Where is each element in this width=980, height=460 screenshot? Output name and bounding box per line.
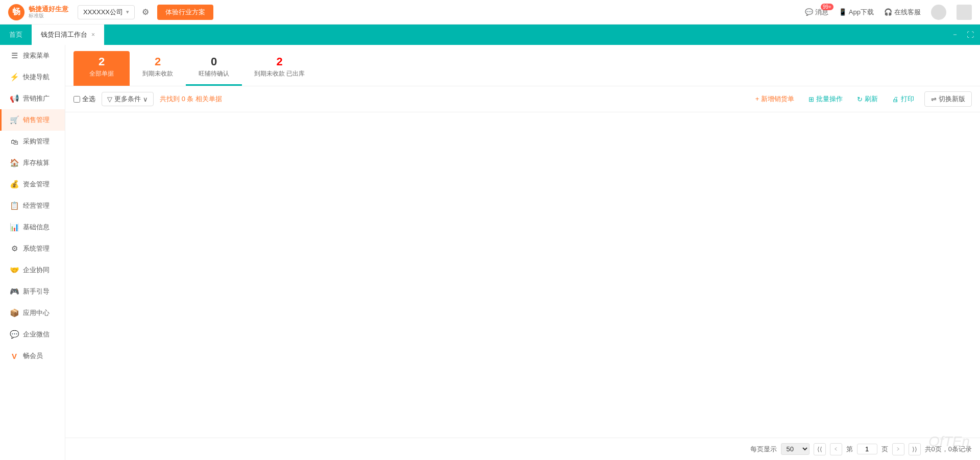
operation-icon: 📋 [10, 201, 19, 210]
logo-icon: 畅 [8, 4, 24, 20]
chevron-down-filter-icon: ∨ [143, 95, 148, 103]
sidebar-item-sales[interactable]: 🛒 销售管理 [0, 109, 65, 131]
stat-label-all: 全部单据 [89, 69, 114, 78]
sidebar-item-system[interactable]: ⚙ 系统管理 [0, 238, 65, 259]
vip-icon: V [10, 352, 19, 360]
tab-home[interactable]: 首页 [0, 25, 32, 45]
print-button[interactable]: 🖨 打印 [888, 92, 918, 106]
stat-number-pending: 0 [211, 55, 217, 68]
refresh-icon: ↻ [857, 95, 863, 103]
avatar[interactable] [931, 5, 946, 20]
prev-page-button[interactable]: ﹤ [830, 443, 842, 455]
inventory-icon: 🏠 [10, 158, 19, 167]
marketing-icon: 📢 [10, 94, 19, 103]
page-input[interactable] [857, 444, 877, 454]
close-tab-icon[interactable]: × [91, 31, 95, 38]
guide-icon: 🎮 [10, 287, 19, 296]
per-page-select[interactable]: 50 10 20 100 [781, 443, 810, 455]
app-center-icon: 📦 [10, 308, 19, 318]
company-selector[interactable]: XXXXXX公司 ▾ [78, 5, 135, 19]
sidebar: ☰ 搜索菜单 ⚡ 快捷导航 📢 营销推广 🛒 销售管理 🛍 采购管理 🏠 库存核… [0, 45, 65, 460]
toolbar-right: + 新增销货单 ⊞ 批量操作 ↻ 刷新 🖨 打印 ⇌ 切换新版 [751, 91, 972, 107]
stat-tab-all[interactable]: 2 全部单据 [74, 51, 130, 86]
finance-icon: 💰 [10, 180, 19, 189]
found-count: 0 [182, 95, 185, 103]
wechat-icon: 💬 [10, 330, 19, 339]
logo-sub: 标准版 [29, 13, 68, 19]
refresh-button[interactable]: ↻ 刷新 [853, 92, 882, 106]
sidebar-item-purchase[interactable]: 🛍 采购管理 [0, 131, 65, 152]
add-sales-order-button[interactable]: + 新增销货单 [751, 92, 798, 106]
filter-icon: ▽ [107, 95, 112, 103]
tab-bar-actions: － ⛶ [949, 28, 980, 41]
logo-text: 畅捷通好生意 标准版 [29, 5, 68, 19]
purchase-icon: 🛍 [10, 137, 19, 146]
switch-version-button[interactable]: ⇌ 切换新版 [924, 91, 972, 107]
app-download-button[interactable]: 📱 App下载 [839, 8, 874, 17]
sidebar-item-basic-info[interactable]: 📊 基础信息 [0, 216, 65, 238]
sidebar-item-search-menu[interactable]: ☰ 搜索菜单 [0, 45, 65, 66]
maximize-icon[interactable]: ⛶ [965, 29, 976, 41]
sidebar-item-vip[interactable]: V 畅会员 [0, 345, 65, 367]
download-icon: 📱 [839, 8, 847, 16]
message-badge: 99+ [821, 4, 834, 10]
basic-info-icon: 📊 [10, 223, 19, 232]
sidebar-item-wechat[interactable]: 💬 企业微信 [0, 324, 65, 345]
stat-number-overdue-shipped: 2 [277, 55, 283, 68]
search-menu-icon: ☰ [10, 51, 19, 60]
page-label: 第 [846, 445, 853, 454]
user-menu[interactable] [957, 5, 972, 20]
trial-button[interactable]: 体验行业方案 [157, 5, 213, 20]
stat-label-overdue-shipped: 到期未收款 已出库 [254, 69, 305, 78]
stat-number-all: 2 [99, 55, 105, 68]
stat-label-pending: 旺辅待确认 [199, 69, 229, 78]
online-service-button[interactable]: 🎧 在线客服 [884, 8, 921, 17]
batch-icon: ⊞ [808, 95, 814, 103]
service-icon: 🎧 [884, 8, 892, 16]
per-page-label: 每页显示 [750, 445, 777, 454]
message-button[interactable]: 💬 消息 99+ [805, 8, 828, 17]
pagination: 每页显示 50 10 20 100 ⟨⟨ ﹤ 第 页 ﹥ ⟩⟩ 共0页，0条记录 [65, 438, 980, 460]
total-info: 共0页，0条记录 [925, 445, 972, 454]
settings-icon[interactable]: ⚙ [140, 5, 151, 19]
sidebar-item-operation[interactable]: 📋 经营管理 [0, 195, 65, 216]
table-area [65, 112, 980, 438]
header-right: 💬 消息 99+ 📱 App下载 🎧 在线客服 [805, 5, 972, 20]
sidebar-item-finance[interactable]: 💰 资金管理 [0, 174, 65, 195]
sidebar-item-guide[interactable]: 🎮 新手引导 [0, 281, 65, 302]
system-icon: ⚙ [10, 244, 19, 253]
content-area: 2 全部单据 2 到期未收款 0 旺辅待确认 2 到期未收款 已出库 全选 [65, 45, 980, 460]
chevron-down-icon: ▾ [126, 9, 129, 15]
logo-area: 畅 畅捷通好生意 标准版 [8, 4, 74, 20]
next-page-button[interactable]: ﹥ [892, 443, 904, 455]
sidebar-item-cooperation[interactable]: 🤝 企业协同 [0, 259, 65, 281]
sidebar-item-quick-nav[interactable]: ⚡ 快捷导航 [0, 66, 65, 88]
stat-tab-overdue[interactable]: 2 到期未收款 [130, 51, 186, 86]
switch-icon: ⇌ [931, 95, 937, 103]
stat-number-overdue: 2 [155, 55, 161, 68]
select-all-checkbox[interactable]: 全选 [74, 94, 95, 104]
stat-tab-pending[interactable]: 0 旺辅待确认 [186, 51, 242, 86]
stat-label-overdue: 到期未收款 [142, 69, 173, 78]
checkbox-input[interactable] [74, 96, 80, 103]
last-page-button[interactable]: ⟩⟩ [909, 443, 921, 455]
print-icon: 🖨 [892, 95, 899, 103]
message-icon: 💬 [805, 8, 813, 16]
cooperation-icon: 🤝 [10, 265, 19, 275]
logo-title: 畅捷通好生意 [29, 5, 68, 13]
first-page-button[interactable]: ⟨⟨ [814, 443, 826, 455]
stats-tabs: 2 全部单据 2 到期未收款 0 旺辅待确认 2 到期未收款 已出库 [65, 45, 980, 86]
toolbar: 全选 ▽ 更多条件 ∨ 共找到 0 条 相关单据 + 新增销货单 ⊞ 批量操作 [65, 86, 980, 112]
filter-button[interactable]: ▽ 更多条件 ∨ [102, 92, 154, 106]
tab-daily-work[interactable]: 钱货日清工作台 × [32, 25, 104, 45]
sidebar-item-inventory[interactable]: 🏠 库存核算 [0, 152, 65, 174]
minimize-icon[interactable]: － [949, 28, 961, 41]
sidebar-item-marketing[interactable]: 📢 营销推广 [0, 88, 65, 109]
sidebar-item-app-center[interactable]: 📦 应用中心 [0, 302, 65, 324]
company-name: XXXXXX公司 [83, 8, 123, 17]
quick-nav-icon: ⚡ [10, 72, 19, 82]
top-header: 畅 畅捷通好生意 标准版 XXXXXX公司 ▾ ⚙ 体验行业方案 💬 消息 99… [0, 0, 980, 25]
stat-tab-overdue-shipped[interactable]: 2 到期未收款 已出库 [242, 51, 317, 86]
sales-icon: 🛒 [10, 115, 19, 125]
batch-operation-button[interactable]: ⊞ 批量操作 [804, 92, 847, 106]
